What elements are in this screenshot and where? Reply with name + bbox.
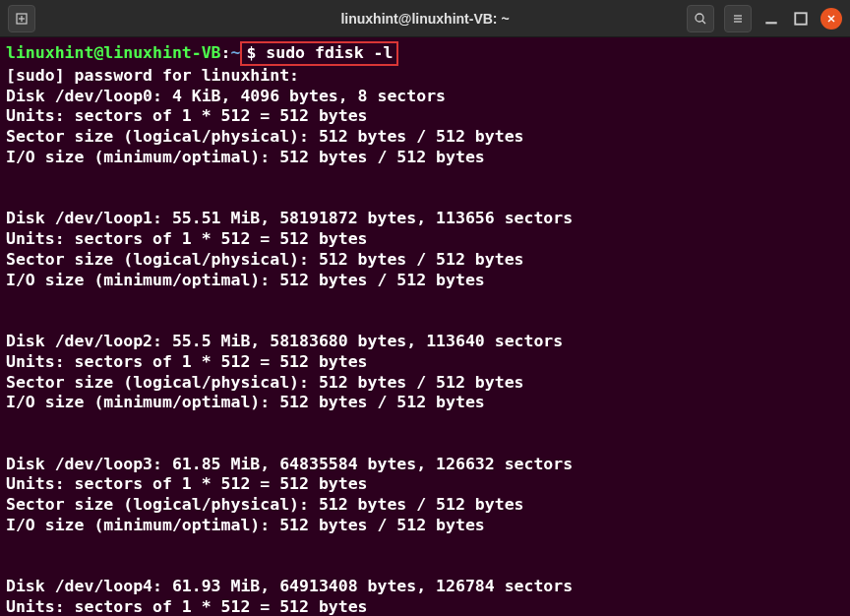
titlebar-left-controls bbox=[8, 5, 35, 32]
disk3-io: I/O size (minimum/optimal): 512 bytes / … bbox=[6, 516, 844, 536]
blank-line bbox=[6, 557, 844, 578]
disk0-sector: Sector size (logical/physical): 512 byte… bbox=[6, 127, 844, 148]
disk3-units: Units: sectors of 1 * 512 = 512 bytes bbox=[6, 474, 844, 495]
new-tab-button[interactable] bbox=[8, 5, 35, 32]
new-tab-icon bbox=[15, 12, 29, 26]
disk4-units: Units: sectors of 1 * 512 = 512 bytes bbox=[6, 597, 844, 616]
blank-line bbox=[6, 168, 844, 189]
prompt-dollar: $ bbox=[246, 43, 266, 62]
prompt-line: linuxhint@linuxhint-VB:~$ sudo fdisk -l bbox=[6, 41, 844, 66]
disk2-io: I/O size (minimum/optimal): 512 bytes / … bbox=[6, 393, 844, 413]
prompt-colon: : bbox=[221, 43, 231, 62]
minimize-icon bbox=[761, 9, 781, 29]
disk1-io: I/O size (minimum/optimal): 512 bytes / … bbox=[6, 271, 844, 291]
disk1-units: Units: sectors of 1 * 512 = 512 bytes bbox=[6, 229, 844, 250]
hamburger-icon bbox=[731, 12, 745, 26]
disk3-sector: Sector size (logical/physical): 512 byte… bbox=[6, 495, 844, 516]
disk3-header: Disk /dev/loop3: 61.85 MiB, 64835584 byt… bbox=[6, 455, 844, 475]
titlebar-right-controls bbox=[687, 5, 842, 32]
blank-line bbox=[6, 311, 844, 332]
disk2-header: Disk /dev/loop2: 55.5 MiB, 58183680 byte… bbox=[6, 332, 844, 352]
disk0-io: I/O size (minimum/optimal): 512 bytes / … bbox=[6, 148, 844, 168]
maximize-button[interactable] bbox=[791, 9, 811, 29]
svg-rect-9 bbox=[795, 13, 806, 24]
prompt-user-host: linuxhint@linuxhint-VB bbox=[6, 43, 221, 62]
svg-point-3 bbox=[696, 14, 703, 22]
disk2-units: Units: sectors of 1 * 512 = 512 bytes bbox=[6, 352, 844, 373]
blank-line bbox=[6, 290, 844, 311]
minimize-button[interactable] bbox=[761, 9, 781, 29]
close-icon bbox=[825, 13, 837, 25]
window-title: linuxhint@linuxhint-VB: ~ bbox=[340, 11, 509, 27]
search-icon bbox=[694, 12, 707, 26]
disk1-header: Disk /dev/loop1: 55.51 MiB, 58191872 byt… bbox=[6, 209, 844, 229]
close-button[interactable] bbox=[820, 8, 842, 30]
blank-line bbox=[6, 188, 844, 209]
sudo-prompt-line: [sudo] password for linuxhint: bbox=[6, 66, 844, 87]
disk0-header: Disk /dev/loop0: 4 KiB, 4096 bytes, 8 se… bbox=[6, 87, 844, 107]
search-button[interactable] bbox=[687, 5, 714, 32]
command-text: sudo fdisk -l bbox=[266, 43, 393, 62]
disk0-units: Units: sectors of 1 * 512 = 512 bytes bbox=[6, 106, 844, 127]
titlebar: linuxhint@linuxhint-VB: ~ bbox=[0, 0, 850, 37]
maximize-icon bbox=[791, 9, 811, 29]
blank-line bbox=[6, 536, 844, 557]
svg-line-4 bbox=[702, 21, 705, 24]
menu-button[interactable] bbox=[724, 5, 752, 32]
disk1-sector: Sector size (logical/physical): 512 byte… bbox=[6, 250, 844, 271]
disk4-header: Disk /dev/loop4: 61.93 MiB, 64913408 byt… bbox=[6, 577, 844, 597]
prompt-path: ~ bbox=[230, 43, 240, 62]
disk2-sector: Sector size (logical/physical): 512 byte… bbox=[6, 373, 844, 394]
terminal-output[interactable]: linuxhint@linuxhint-VB:~$ sudo fdisk -l … bbox=[0, 37, 850, 616]
command-highlight: $ sudo fdisk -l bbox=[240, 41, 398, 66]
blank-line bbox=[6, 413, 844, 434]
blank-line bbox=[6, 434, 844, 455]
